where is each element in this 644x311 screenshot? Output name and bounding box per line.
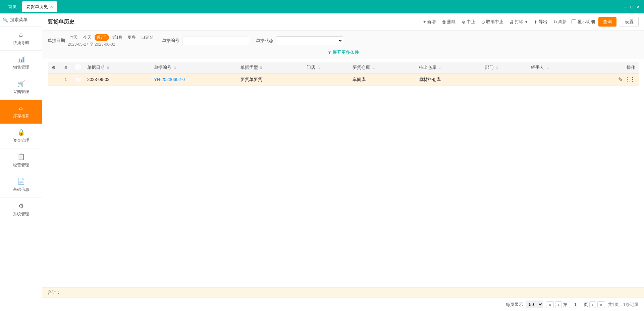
sidebar-item-finance[interactable]: 🔒 资金管理 [0,124,42,148]
bill-no-input[interactable] [182,37,249,45]
sidebar-item-search-menu[interactable]: 🔍 搜索菜单 [0,13,42,27]
bill-status-select[interactable] [276,36,343,45]
sidebar-item-operations[interactable]: 📋 经营管理 [0,148,42,173]
row-handler [528,74,584,86]
date-range-display: 2023-05-27 至 2023-06-02 [68,42,155,47]
sidebar-item-label: 库存核算 [13,113,29,119]
sort-icon: ⇅ [438,66,441,70]
cancel-stop-button[interactable]: ⊙ 取消中止 [480,18,505,26]
expand-more-btn[interactable]: ▼ 展开更多条件 [48,49,639,55]
tab-home[interactable]: 首页 [4,1,21,12]
window-maximize[interactable]: □ [630,4,633,9]
sidebar-item-purchase[interactable]: 🛒 采购管理 [0,75,42,100]
sidebar-item-quick-nav[interactable]: ⌂ 快捷导航 [0,27,42,51]
last-page-btn[interactable]: » [597,301,605,308]
col-bill-no[interactable]: 单据编号 ⇅ [151,62,237,74]
settings-button[interactable]: 设置 [620,17,639,27]
first-page-btn[interactable]: « [546,301,554,308]
lock-icon: 🔒 [17,129,25,136]
date-filter: 单据日期 昨天 今天 近7天 近1月 更多 自定义 2023-05-27 至 2… [48,34,155,47]
main-layout: 🔍 搜索菜单 ⌂ 快捷导航 📊 销售管理 🛒 采购管理 ⌂ 库存核算 🔒 资金管… [0,13,644,311]
tab-requisition-history[interactable]: 要货单历史 ✕ [22,1,57,12]
table-footer: 合计： [42,287,644,298]
sidebar-item-inventory[interactable]: ⌂ 库存核算 [0,100,42,124]
page-nav: « ‹ 第 页 › » [546,301,605,308]
shortcut-last7days[interactable]: 近7天 [95,34,109,41]
delete-button[interactable]: 🗑 删除 [440,18,457,26]
shortcut-today[interactable]: 今天 [81,34,93,41]
page-size-select[interactable]: 50 10 20 100 [526,301,543,308]
sidebar-item-label: 资金管理 [13,138,29,143]
tab-close-icon[interactable]: ✕ [50,5,53,9]
bill-no-label: 单据编号 [162,38,179,44]
display-detail-check[interactable] [572,19,576,24]
select-all-checkbox[interactable] [76,65,80,69]
row-checkbox[interactable] [76,77,80,81]
query-button[interactable]: 查询 [598,17,616,27]
next-page-btn[interactable]: › [589,301,596,308]
date-shortcuts: 昨天 今天 近7天 近1月 更多 自定义 [68,34,155,41]
refresh-label: 刷新 [558,19,567,25]
filter-row-1: 单据日期 昨天 今天 近7天 近1月 更多 自定义 2023-05-27 至 2… [48,34,639,47]
row-pending-warehouse: 原材料仓库 [416,74,482,86]
window-minimize[interactable]: ─ [624,4,627,9]
new-button[interactable]: ＋ + 新增 [417,18,437,26]
data-table: ⚙ # 单据日期 ⇅ 单据编号 ⇅ [48,62,639,86]
col-store[interactable]: 门店 ⇅ [303,62,349,74]
sort-icon: ⇅ [107,66,109,70]
refresh-button[interactable]: ↻ 刷新 [552,18,568,26]
col-department[interactable]: 部门 ⇅ [482,62,528,74]
row-check[interactable] [72,74,84,86]
row-bill-no: YH-20230602-0 [151,74,237,86]
print-label: 打印 [515,19,524,25]
col-check [72,62,84,74]
shortcut-more[interactable]: 更多 [126,34,138,41]
sidebar-item-label: 快捷导航 [13,40,29,46]
sidebar-item-basic-info[interactable]: 📄 基础信息 [0,173,42,197]
table-body: 1 2023-06-02 YH-20230602-0 要货单要货 车间库 原材料… [48,74,639,86]
plus-icon: ＋ [418,19,422,25]
edit-icon[interactable]: ✎ [618,76,623,83]
search-icon: 🔍 [3,17,8,23]
expand-more-label: 展开更多条件 [333,49,359,55]
display-detail-label: 显示明细 [578,19,595,25]
delete-label: 删除 [447,19,456,25]
col-pending-warehouse[interactable]: 待出仓库 ⇅ [416,62,482,74]
prev-page-btn[interactable]: ‹ [555,301,562,308]
window-close[interactable]: ✕ [636,4,640,9]
row-num: 1 [60,74,72,86]
tab-label: 要货单历史 [26,4,48,10]
print-icon: 🖨 [509,19,514,25]
col-settings[interactable]: ⚙ [48,62,60,74]
col-bill-type[interactable]: 单据类型 ⇅ [237,62,303,74]
shortcut-custom[interactable]: 自定义 [139,34,155,41]
page-header: 要货单历史 ＋ + 新增 🗑 删除 ⊗ 中止 ⊙ 取消中止 [42,13,644,31]
more-icon[interactable]: ⋮⋮ [625,76,635,83]
delete-icon: 🗑 [442,19,446,25]
pagination-bar: 每页显示 50 10 20 100 « ‹ 第 页 › » 共1页，1条记录 [42,298,644,311]
cancel-stop-icon: ⊙ [481,19,485,25]
page-num-input[interactable] [569,301,582,308]
col-date[interactable]: 单据日期 ⇅ [84,62,151,74]
page-size-label: 每页显示 [506,302,523,308]
table-area: ⚙ # 单据日期 ⇅ 单据编号 ⇅ [42,59,644,287]
table-header: ⚙ # 单据日期 ⇅ 单据编号 ⇅ [48,62,639,74]
col-req-warehouse[interactable]: 要货仓库 ⇅ [349,62,415,74]
shortcut-last1month[interactable]: 近1月 [110,34,125,41]
display-detail-checkbox[interactable]: 显示明细 [572,19,595,25]
row-bill-type: 要货单要货 [237,74,303,86]
stop-label: 中止 [467,19,475,25]
shortcut-yesterday[interactable]: 昨天 [68,34,80,41]
sidebar-item-sales[interactable]: 📊 销售管理 [0,51,42,75]
col-handler[interactable]: 经手人 ⇅ [528,62,584,74]
export-button[interactable]: ⬆ 导出 [533,18,549,26]
print-button[interactable]: 🖨 打印 ▼ [508,18,529,26]
stop-button[interactable]: ⊗ 中止 [461,18,477,26]
bill-no-link[interactable]: YH-20230602-0 [154,77,185,82]
row-store [303,74,349,86]
sidebar-item-label: 经营管理 [13,162,29,168]
sidebar-item-system[interactable]: ⚙ 系统管理 [0,197,42,222]
col-action: 操作 [584,62,639,74]
bill-status-label: 单据状态 [256,38,273,44]
home-icon: ⌂ [19,31,23,38]
